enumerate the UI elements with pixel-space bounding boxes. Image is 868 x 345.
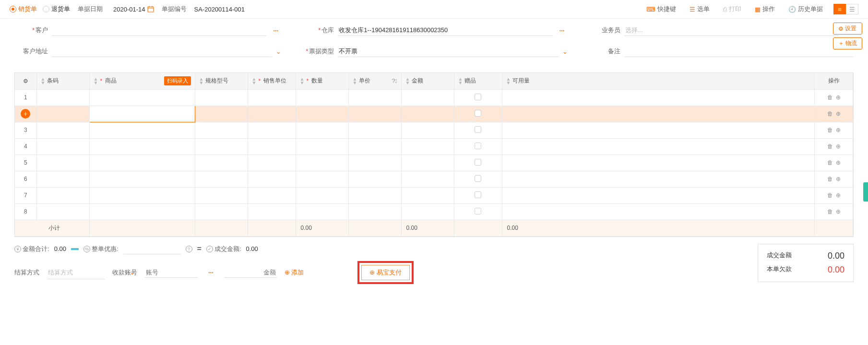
gift-checkbox[interactable]: [475, 110, 481, 117]
qty-cell[interactable]: [296, 171, 348, 187]
print-button[interactable]: ⎙打印: [720, 4, 744, 14]
unit-cell[interactable]: [248, 106, 296, 122]
view-detail-button[interactable]: ☰: [846, 4, 858, 14]
settle-select[interactable]: ⌄: [47, 266, 105, 279]
amount-cell[interactable]: [401, 106, 454, 122]
available-cell[interactable]: [502, 203, 815, 220]
more-icon[interactable]: ···: [205, 269, 216, 276]
table-row[interactable]: 7🗑⊕: [15, 187, 853, 203]
table-row[interactable]: 4🗑⊕: [15, 138, 853, 155]
barcode-cell[interactable]: [36, 187, 89, 203]
price-cell[interactable]: [348, 187, 401, 203]
sort-icon[interactable]: ▲▼: [94, 77, 98, 85]
barcode-cell[interactable]: [36, 138, 89, 155]
gift-checkbox[interactable]: [475, 191, 481, 198]
history-button[interactable]: 🕘历史单据: [785, 4, 826, 14]
barcode-cell[interactable]: [36, 122, 89, 138]
table-settings-button[interactable]: ⚙: [15, 73, 36, 89]
unit-cell[interactable]: [248, 171, 296, 187]
unit-cell[interactable]: [248, 187, 296, 203]
side-handle[interactable]: [863, 182, 868, 202]
settings-button[interactable]: ⚙设置: [833, 23, 862, 35]
sort-icon[interactable]: ▲▼: [506, 77, 511, 85]
delete-row-icon[interactable]: 🗑: [827, 110, 833, 117]
product-cell[interactable]: [89, 122, 195, 138]
delete-row-icon[interactable]: 🗑: [827, 143, 833, 150]
add-row-icon[interactable]: ⊕: [836, 176, 841, 182]
yeepay-button[interactable]: ⊕易宝支付: [361, 265, 410, 280]
sort-icon[interactable]: ▲▼: [199, 77, 204, 85]
add-row-icon[interactable]: ⊕: [836, 192, 841, 199]
gift-checkbox[interactable]: [475, 143, 481, 149]
sort-icon[interactable]: ▲▼: [458, 77, 463, 85]
delete-row-icon[interactable]: 🗑: [827, 208, 833, 215]
available-cell[interactable]: [502, 171, 815, 187]
price-cell[interactable]: [348, 203, 401, 220]
remark-input[interactable]: [624, 46, 854, 57]
amount-cell[interactable]: [401, 171, 454, 187]
logistics-button[interactable]: ＋物流: [833, 37, 862, 49]
discount-input[interactable]: [123, 244, 181, 254]
address-input[interactable]: [52, 46, 272, 57]
amount-cell[interactable]: [401, 155, 454, 171]
spec-cell[interactable]: [195, 155, 248, 171]
qty-cell[interactable]: [296, 138, 348, 155]
unit-cell[interactable]: [248, 155, 296, 171]
qty-cell[interactable]: [296, 122, 348, 138]
qty-cell[interactable]: [296, 187, 348, 203]
chevron-down-icon[interactable]: ⌄: [276, 48, 281, 55]
gift-checkbox[interactable]: [475, 159, 481, 166]
select-order-button[interactable]: ☰选单: [687, 4, 713, 14]
product-cell[interactable]: [89, 171, 195, 187]
add-row-icon[interactable]: ⊕: [836, 159, 841, 166]
gift-checkbox[interactable]: [475, 208, 481, 214]
sort-icon[interactable]: ▲▼: [41, 77, 46, 85]
qty-cell[interactable]: [296, 106, 348, 122]
more-icon[interactable]: ···: [557, 27, 568, 34]
available-cell[interactable]: [502, 155, 815, 171]
spec-cell[interactable]: [195, 171, 248, 187]
barcode-cell[interactable]: [36, 106, 89, 122]
spec-cell[interactable]: [195, 106, 248, 122]
delete-row-icon[interactable]: 🗑: [827, 94, 833, 101]
radio-sales-order[interactable]: 销货单: [10, 5, 37, 13]
sort-icon[interactable]: ▲▼: [300, 77, 305, 85]
product-cell[interactable]: [89, 187, 195, 203]
customer-input[interactable]: [52, 24, 266, 36]
qty-cell[interactable]: [296, 155, 348, 171]
add-row-icon[interactable]: +: [21, 109, 30, 119]
table-row[interactable]: 8🗑⊕: [15, 203, 853, 220]
available-cell[interactable]: [502, 106, 815, 122]
gift-checkbox[interactable]: [475, 126, 481, 133]
sort-icon[interactable]: ▲▼: [405, 77, 410, 85]
barcode-cell[interactable]: [36, 203, 89, 220]
price-cell[interactable]: [348, 138, 401, 155]
delete-row-icon[interactable]: 🗑: [827, 176, 833, 182]
unit-cell[interactable]: [248, 138, 296, 155]
help-icon[interactable]: ?⃝: [392, 78, 397, 84]
price-cell[interactable]: [348, 155, 401, 171]
available-cell[interactable]: [502, 187, 815, 203]
amount-cell[interactable]: [401, 122, 454, 138]
shortcut-button[interactable]: ⌨快捷键: [643, 4, 679, 14]
sort-icon[interactable]: ▲▼: [252, 77, 257, 85]
spec-cell[interactable]: [195, 89, 248, 106]
add-row-icon[interactable]: ⊕: [836, 143, 841, 150]
table-row[interactable]: 6🗑⊕: [15, 171, 853, 187]
unit-cell[interactable]: [248, 122, 296, 138]
sort-icon[interactable]: ▲▼: [353, 77, 357, 85]
scan-input-badge[interactable]: 扫码录入: [164, 76, 191, 85]
price-cell[interactable]: [348, 122, 401, 138]
unit-cell[interactable]: [248, 89, 296, 106]
view-compact-button[interactable]: ≡: [833, 4, 846, 14]
spec-cell[interactable]: [195, 187, 248, 203]
add-row-icon[interactable]: ⊕: [836, 110, 841, 117]
product-cell[interactable]: [89, 138, 195, 155]
date-value-group[interactable]: 2020-01-14: [110, 6, 154, 13]
add-payment-button[interactable]: ⊕添加: [285, 268, 304, 277]
product-cell[interactable]: [89, 89, 195, 106]
product-cell[interactable]: [89, 155, 195, 171]
unit-cell[interactable]: [248, 203, 296, 220]
amount-input[interactable]: [224, 267, 277, 278]
barcode-cell[interactable]: [36, 171, 89, 187]
